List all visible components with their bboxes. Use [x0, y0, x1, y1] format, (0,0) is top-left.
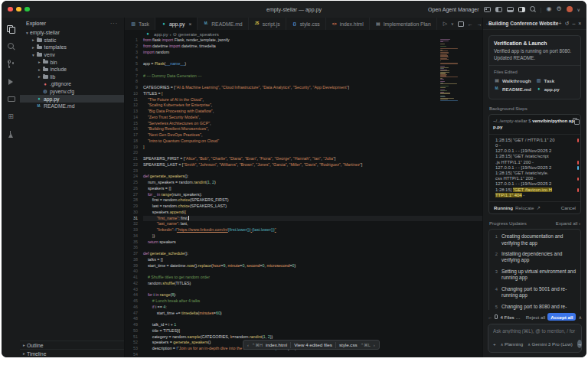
search-icon[interactable]	[530, 6, 536, 12]
tree-item-static[interactable]: ▸static	[20, 37, 124, 44]
code-editor[interactable]: 1234567891011121314151617181920212223242…	[125, 37, 482, 357]
model-selector[interactable]: ∧ Gemini 3 Pro (Low)	[528, 341, 573, 347]
search-view-icon[interactable]	[7, 42, 15, 51]
cancel-button[interactable]: Cancel	[561, 205, 576, 210]
run-debug-icon[interactable]	[7, 77, 15, 86]
progress-item-4[interactable]: 4Changing port to 5001 and re-running ap…	[494, 286, 576, 299]
tree-item-lib[interactable]: ▸lib	[20, 73, 124, 81]
editor-more-actions-icon[interactable]: ···	[486, 21, 492, 27]
tree-item-app.py[interactable]: ♦app.py	[20, 95, 124, 103]
accept-all-button[interactable]: Accept all	[547, 313, 576, 321]
tree-item-empty-stellar[interactable]: ▾empty-stellar	[20, 29, 124, 37]
close-panel-icon[interactable]: ×	[578, 21, 581, 27]
run-file-icon[interactable]: ▷	[443, 21, 447, 27]
tab-script.js[interactable]: JSscript.js	[249, 18, 286, 30]
tree-item-templates[interactable]: ▸templates	[20, 44, 124, 51]
code-line-14: "Zero Trust Security Models",	[143, 115, 482, 121]
next-edit-icon[interactable]: ›	[374, 343, 375, 347]
breadcrumb[interactable]: ♦ app.py › ⊙ generate_speakers	[125, 30, 482, 37]
planning-mode-selector[interactable]: ∧ Planning	[501, 341, 524, 347]
minimap[interactable]	[440, 39, 459, 103]
progress-item-2[interactable]: 2Installing dependencies and verifying a…	[494, 251, 576, 264]
edited-file-chip-Task[interactable]: ▥Task	[536, 77, 555, 83]
code-line-8	[143, 79, 482, 85]
review-back-icon[interactable]: ←	[488, 314, 492, 320]
outline-section[interactable]: ▸Outline	[20, 341, 124, 349]
gear-icon[interactable]: ⚙	[556, 6, 561, 12]
run-dropdown-icon[interactable]: ∨	[451, 21, 454, 26]
tree-item-include[interactable]: ▸include	[20, 66, 124, 73]
tab-index.html[interactable]: <>index.html	[326, 18, 370, 30]
folder-icon	[37, 38, 42, 42]
zoom-window-button[interactable]	[24, 7, 30, 12]
tab-README.md[interactable]: M↓README.md	[198, 18, 248, 30]
files-changed-label[interactable]: 4 Files With …	[500, 314, 523, 320]
prev-edited-file[interactable]: index.html	[266, 342, 287, 347]
relocate-link[interactable]: Relocate	[515, 205, 534, 210]
terminal-log-line: TTP/1.1" 404 -	[495, 193, 576, 198]
timeline-section[interactable]: ▸Timeline	[20, 349, 124, 357]
account-avatar[interactable]	[567, 6, 573, 12]
remote-explorer-icon[interactable]	[7, 95, 15, 103]
new-task-icon[interactable]: +	[558, 21, 561, 27]
open-agent-manager-button[interactable]: Open Agent Manager	[428, 7, 479, 12]
send-button[interactable]: →	[577, 340, 583, 348]
close-tab-icon[interactable]: ×	[188, 21, 191, 27]
tab-app.py[interactable]: ♦app.py×	[155, 18, 198, 30]
view-edited-files-button[interactable]: View 4 edited files	[294, 342, 332, 347]
edited-file-chip-README.md[interactable]: M↓README.md	[494, 86, 531, 92]
progress-item-1[interactable]: 1Creating documentation and verifying th…	[494, 233, 576, 246]
chat-input[interactable]: Ask anything (⌘L), @ to mention, / for w…	[488, 324, 582, 353]
split-editor-icon[interactable]	[458, 21, 464, 27]
minimize-panel-icon[interactable]: –	[572, 21, 575, 27]
prev-edit-icon[interactable]: ‹	[247, 343, 249, 347]
tree-item-venv[interactable]: ▾venv	[20, 51, 124, 59]
testing-icon[interactable]	[7, 130, 15, 139]
close-window-button[interactable]	[8, 7, 13, 12]
copy-icon[interactable]	[573, 118, 577, 122]
assistant-icon[interactable]: ◉	[546, 6, 551, 12]
expand-all-button[interactable]: Expand all ‹	[556, 220, 580, 226]
forward-navigation-icon[interactable]: →	[477, 21, 482, 27]
source-control-icon[interactable]	[7, 60, 15, 68]
agent-feed[interactable]: Verification & Launch Verified app is ru…	[483, 30, 586, 310]
tab-Implementation Plan[interactable]: ▤Implementation Plan	[370, 18, 437, 30]
progress-updates-label: Progress Updates	[489, 220, 527, 226]
minimize-window-button[interactable]	[16, 7, 21, 12]
account-chevron-icon[interactable]: ∨	[577, 7, 580, 12]
folder-icon	[37, 53, 42, 57]
code-line-47: start_time += timedelta(minutes=60)	[143, 311, 482, 317]
progress-item-5[interactable]: 5Changing port to 8080 and re-running ap…	[494, 304, 576, 310]
agent-manager-icon[interactable]	[484, 7, 491, 12]
edited-file-chip-Walkthrough[interactable]: ▤Walkthrough	[494, 77, 531, 83]
history-icon[interactable]: ↺	[565, 21, 570, 27]
tree-item-README.md[interactable]: M↓README.md	[20, 103, 124, 110]
toggle-left-sidebar-icon[interactable]	[495, 7, 502, 12]
attach-icon[interactable]: +	[493, 341, 496, 347]
edited-file-chip-app.py[interactable]: ♦app.py	[536, 86, 560, 92]
code-line-36	[143, 245, 482, 251]
tab-style.css[interactable]: {}style.css	[286, 18, 326, 30]
tree-item-pyvenv.cfg[interactable]: ⚙pyvenv.cfg	[20, 88, 124, 96]
collapse-review-icon[interactable]: ∧	[578, 314, 582, 320]
gear-icon: ⚙	[42, 89, 48, 95]
back-navigation-icon[interactable]: ←	[468, 21, 473, 27]
tree-item-.gitignore[interactable]: ♦.gitignore	[20, 80, 124, 88]
reject-all-button[interactable]: Reject all	[526, 314, 545, 320]
tree-item-bin[interactable]: ▸bin	[20, 58, 124, 66]
explorer-more-actions[interactable]: ···	[110, 21, 118, 26]
terminal-output: 1:28:15] "GET / HTTP/1.1" 200 -127.0.0.1…	[489, 135, 580, 201]
progress-item-3[interactable]: 3Setting up virtual environment and runn…	[494, 269, 576, 282]
explorer-icon[interactable]	[7, 24, 15, 33]
tab-Task[interactable]: ▥Task	[125, 18, 155, 30]
text-cursor	[188, 216, 189, 221]
extensions-icon[interactable]: ⊞	[7, 112, 15, 121]
toggle-right-sidebar-icon[interactable]	[518, 7, 525, 12]
toggle-bottom-panel-icon[interactable]	[507, 7, 514, 12]
card-body: Verified app is running on port 8080. Up…	[494, 48, 576, 61]
next-edited-file[interactable]: style.css	[339, 342, 358, 347]
terminal-log-line: 127.0.0.1 - - [19/Nov/2025 2	[495, 165, 576, 171]
external-link-icon[interactable]: ↗	[537, 205, 541, 210]
terminal-log-line: 127.0.0.1 - - [19/Nov/2025 2	[495, 181, 576, 187]
code-line-35: return speakers	[143, 240, 482, 246]
